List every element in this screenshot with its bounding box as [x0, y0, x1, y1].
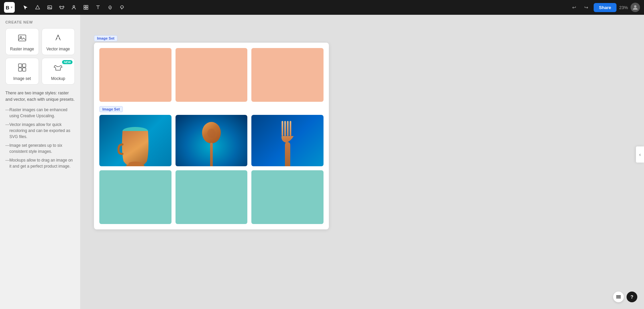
vector-icon	[53, 33, 63, 45]
main-layout: CREATE NEW Raster image Vector image	[0, 0, 644, 309]
svg-rect-32	[616, 297, 621, 298]
svg-point-3	[73, 6, 75, 7]
vector-image-card[interactable]: Vector image	[42, 28, 75, 55]
info-item-4: Mockups allow to drag an image on it and…	[5, 157, 75, 169]
svg-rect-33	[616, 298, 621, 299]
svg-point-13	[56, 38, 57, 39]
image-set-tag-wrapper: Image Set	[94, 35, 631, 43]
info-item-3: Image set generates up to six consistent…	[5, 142, 75, 154]
svg-point-14	[58, 36, 59, 37]
svg-rect-6	[84, 8, 86, 9]
peach-cell-2	[176, 48, 248, 102]
teal-cell-3	[251, 170, 324, 224]
svg-point-25	[207, 129, 215, 138]
bottom-right-tools: ?	[613, 292, 637, 302]
info-intro: There are two image styles: raster and v…	[5, 90, 75, 103]
toolbar	[20, 2, 128, 13]
spoon-cell[interactable]	[176, 115, 248, 166]
layers-button[interactable]	[613, 292, 624, 302]
topbar-right: ↩ ↪ Share 23%	[569, 3, 640, 12]
image-set-label: Image set	[13, 76, 31, 81]
cursor-tool[interactable]	[20, 2, 31, 13]
image-set-icon	[17, 63, 27, 74]
svg-point-15	[59, 38, 60, 39]
image-grid-row3	[99, 170, 324, 224]
pan-tool[interactable]	[105, 2, 115, 13]
grid-tool[interactable]	[81, 2, 91, 13]
fork-cell[interactable]	[251, 115, 324, 166]
user-avatar[interactable]	[631, 3, 640, 12]
peach-cell-1	[99, 48, 171, 102]
raster-image-card[interactable]: Raster image	[5, 28, 39, 55]
svg-rect-28	[287, 121, 289, 136]
right-panel-toggle[interactable]: ‹	[636, 146, 644, 163]
svg-rect-7	[86, 8, 88, 9]
svg-rect-24	[210, 143, 213, 167]
vector-label: Vector image	[46, 47, 70, 51]
mockup-card[interactable]: NEW Mockup	[42, 58, 75, 85]
help-button[interactable]: ?	[627, 292, 637, 302]
svg-rect-4	[84, 5, 86, 7]
info-item-1: Raster images can be enhanced using Crea…	[5, 107, 75, 119]
app-logo[interactable]: B ▼	[4, 2, 15, 13]
undo-button[interactable]: ↩	[569, 3, 579, 12]
teal-cell-2	[176, 170, 248, 224]
teal-cell-1	[99, 170, 171, 224]
info-section: There are two image styles: raster and v…	[5, 90, 75, 169]
svg-rect-29	[290, 121, 291, 136]
svg-rect-26	[282, 121, 283, 136]
image-set-card[interactable]: Image set	[5, 58, 39, 85]
svg-rect-30	[285, 142, 290, 167]
share-button[interactable]: Share	[594, 3, 616, 12]
zoom-level: 23%	[619, 5, 628, 10]
raster-icon	[17, 33, 27, 45]
image-grid-row1	[99, 48, 324, 102]
mockup-tool[interactable]	[56, 2, 67, 13]
person-tool[interactable]	[68, 2, 79, 13]
cup-cell[interactable]	[99, 115, 171, 166]
text-tool[interactable]	[93, 2, 103, 13]
svg-rect-1	[48, 6, 52, 9]
create-new-label: CREATE NEW	[5, 20, 75, 24]
mockup-label: Mockup	[51, 76, 65, 81]
create-grid: Raster image Vector image Image set NEW	[5, 28, 75, 85]
svg-rect-17	[22, 64, 26, 67]
svg-marker-0	[36, 5, 40, 9]
info-item-2: Vector images allow for quick recoloring…	[5, 122, 75, 140]
image-set-tag-top: Image Set	[94, 35, 117, 41]
topbar: B ▼	[0, 0, 644, 15]
svg-point-22	[129, 162, 142, 166]
info-list: Raster images can be enhanced using Crea…	[5, 107, 75, 169]
svg-rect-27	[284, 121, 286, 136]
raster-label: Raster image	[10, 47, 34, 51]
canvas-area[interactable]: Image Set Image Set	[81, 15, 644, 309]
shape-tool[interactable]	[32, 2, 43, 13]
image-tool[interactable]	[44, 2, 55, 13]
svg-rect-5	[86, 5, 88, 7]
peach-cell-3	[251, 48, 324, 102]
svg-rect-11	[18, 35, 26, 41]
svg-point-10	[634, 5, 637, 8]
image-set-tag-sub: Image Set	[99, 106, 123, 112]
svg-rect-19	[22, 68, 26, 71]
image-grid-row2	[99, 115, 324, 166]
svg-rect-18	[18, 68, 22, 71]
svg-rect-16	[18, 64, 22, 67]
lasso-tool[interactable]	[117, 2, 128, 13]
left-panel: CREATE NEW Raster image Vector image	[0, 15, 81, 309]
image-set-box[interactable]: Image Set	[94, 43, 329, 229]
canvas-content: Image Set Image Set	[81, 15, 644, 250]
mockup-icon	[53, 63, 63, 74]
redo-button[interactable]: ↪	[582, 3, 591, 12]
svg-rect-31	[616, 295, 621, 296]
new-badge: NEW	[62, 60, 72, 64]
